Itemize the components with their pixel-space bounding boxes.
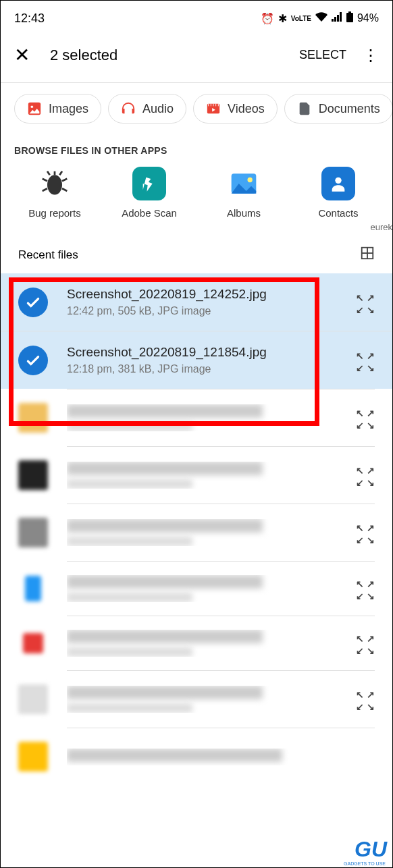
chip-documents[interactable]: Documents: [284, 94, 392, 124]
document-icon: [297, 101, 312, 116]
file-thumbnail: [18, 403, 48, 433]
chip-audio[interactable]: Audio: [108, 94, 186, 124]
chip-images[interactable]: Images: [14, 94, 101, 124]
adobe-scan-icon: [132, 167, 166, 200]
select-button[interactable]: SELECT: [299, 48, 346, 62]
file-item[interactable]: ↖↗↙↘: [1, 447, 392, 504]
file-info: [67, 462, 346, 489]
app-label: Bug reports: [28, 207, 81, 219]
svg-point-9: [47, 175, 62, 194]
status-icons: ⏰ ✱ VoLTE 94%: [261, 11, 379, 25]
svg-point-11: [248, 178, 253, 182]
selection-header: ✕ 2 selected SELECT ⋮: [1, 33, 392, 77]
svg-point-7: [31, 105, 34, 108]
apps-row: Bug reports Adobe Scan Albums Contacts: [1, 156, 392, 224]
chip-label: Audio: [142, 102, 174, 116]
watermark-logo: GU: [355, 837, 387, 862]
bluetooth-icon: ✱: [278, 12, 287, 25]
file-item[interactable]: ↖↗↙↘: [1, 562, 392, 616]
file-meta: 12:42 pm, 505 kB, JPG image: [67, 305, 346, 317]
file-info: [67, 686, 346, 713]
browse-apps-title: BROWSE FILES IN OTHER APPS: [1, 134, 392, 156]
volte-icon: VoLTE: [291, 15, 311, 22]
expand-icon[interactable]: ↖↗↙↘: [356, 293, 375, 312]
partial-app-text: eurek: [370, 222, 392, 232]
expand-icon[interactable]: ↖↗↙↘: [356, 690, 375, 709]
file-item[interactable]: [1, 728, 392, 774]
file-item[interactable]: ↖↗↙↘: [1, 616, 392, 670]
file-name: Screenshot_20220819_124252.jpg: [67, 287, 346, 302]
app-albums[interactable]: Albums: [196, 167, 291, 219]
audio-icon: [121, 101, 136, 116]
grid-view-icon[interactable]: [360, 246, 375, 264]
svg-rect-0: [332, 19, 334, 22]
file-info: [67, 630, 346, 657]
more-options-icon[interactable]: ⋮: [363, 46, 379, 65]
file-info: [67, 404, 346, 431]
file-item[interactable]: ↖↗↙↘: [1, 504, 392, 561]
expand-icon[interactable]: ↖↗↙↘: [356, 408, 375, 427]
svg-rect-1: [334, 17, 336, 22]
svg-rect-4: [348, 11, 351, 13]
file-thumbnail: [25, 576, 41, 601]
chip-label: Documents: [319, 102, 380, 116]
app-label: Contacts: [318, 207, 358, 219]
chip-label: Images: [49, 102, 88, 116]
alarm-icon: ⏰: [261, 12, 274, 25]
file-name: Screenshot_20220819_121854.jpg: [67, 345, 346, 360]
file-item[interactable]: ↖↗↙↘: [1, 671, 392, 728]
file-meta: 12:18 pm, 381 kB, JPG image: [67, 363, 346, 375]
recent-files-header: Recent files: [1, 224, 392, 273]
svg-point-12: [335, 178, 341, 184]
app-adobe-scan[interactable]: Adobe Scan: [102, 167, 196, 219]
file-thumbnail: [18, 460, 48, 490]
bug-icon: [38, 167, 72, 200]
expand-icon[interactable]: ↖↗↙↘: [356, 466, 375, 485]
expand-icon[interactable]: ↖↗↙↘: [356, 351, 375, 370]
chip-videos[interactable]: Videos: [193, 94, 278, 124]
selection-count: 2 selected: [50, 47, 299, 64]
svg-rect-5: [346, 13, 353, 22]
file-info: [67, 749, 375, 765]
file-thumbnail: [18, 518, 48, 547]
expand-icon[interactable]: ↖↗↙↘: [356, 523, 375, 542]
svg-rect-2: [337, 15, 339, 22]
wifi-icon: [315, 12, 328, 24]
file-thumbnail: [18, 684, 48, 714]
app-label: Albums: [227, 207, 261, 219]
battery-percent: 94%: [357, 12, 379, 24]
file-item[interactable]: ↖↗↙↘: [1, 389, 392, 446]
file-info: Screenshot_20220819_124252.jpg 12:42 pm,…: [67, 287, 346, 317]
app-label: Adobe Scan: [122, 207, 177, 219]
chip-label: Videos: [228, 102, 265, 116]
file-info: [67, 575, 346, 602]
check-icon: [18, 288, 48, 317]
albums-icon: [227, 167, 261, 200]
expand-icon[interactable]: ↖↗↙↘: [356, 634, 375, 653]
expand-icon[interactable]: ↖↗↙↘: [356, 579, 375, 598]
category-chips: Images Audio Videos Documents: [1, 83, 392, 134]
signal-icon: [332, 12, 342, 24]
file-info: Screenshot_20220819_121854.jpg 12:18 pm,…: [67, 345, 346, 375]
watermark-text: GADGETS TO USE: [344, 861, 386, 866]
contacts-icon: [321, 167, 355, 200]
close-icon[interactable]: ✕: [14, 44, 30, 66]
check-icon: [18, 346, 48, 375]
video-icon: [206, 101, 221, 116]
svg-rect-3: [340, 12, 342, 22]
status-time: 12:43: [14, 11, 45, 26]
recent-title: Recent files: [18, 248, 78, 262]
app-bug-reports[interactable]: Bug reports: [7, 167, 102, 219]
file-item-selected[interactable]: Screenshot_20220819_121854.jpg 12:18 pm,…: [1, 331, 392, 389]
battery-icon: [346, 11, 353, 25]
file-thumbnail: [23, 633, 43, 653]
app-contacts[interactable]: Contacts: [291, 167, 386, 219]
file-item-selected[interactable]: Screenshot_20220819_124252.jpg 12:42 pm,…: [1, 273, 392, 331]
file-info: [67, 519, 346, 546]
file-thumbnail: [18, 742, 48, 771]
image-icon: [27, 101, 42, 116]
file-list: Screenshot_20220819_124252.jpg 12:42 pm,…: [1, 273, 392, 774]
status-bar: 12:43 ⏰ ✱ VoLTE 94%: [1, 1, 392, 33]
